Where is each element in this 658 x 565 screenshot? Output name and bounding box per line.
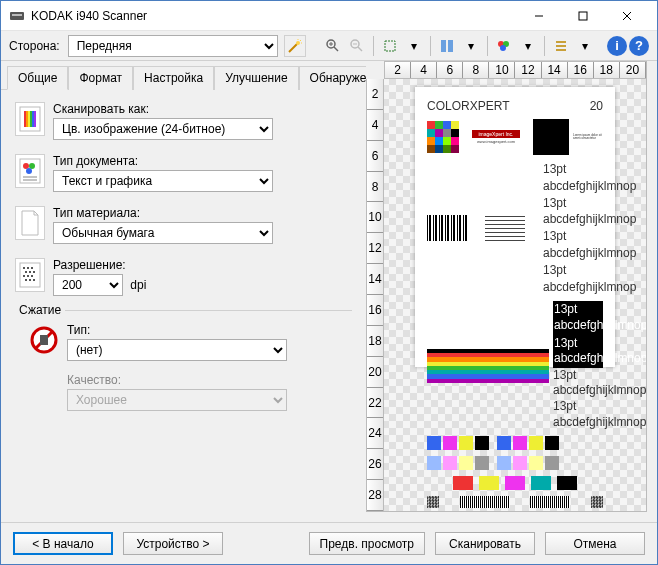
info-button[interactable]: i bbox=[607, 36, 627, 56]
dropdown-4[interactable]: ▾ bbox=[575, 36, 595, 56]
app-icon bbox=[9, 8, 25, 24]
top-toolbar: Сторона: Передняя ▾ ▾ ▾ ▾ i ? bbox=[1, 31, 657, 61]
ruler-horizontal: 2468101214161820 bbox=[384, 61, 647, 79]
compression-type-label: Тип: bbox=[67, 323, 352, 337]
svg-rect-16 bbox=[448, 40, 453, 52]
svg-rect-40 bbox=[25, 271, 27, 273]
doc-type-icon bbox=[15, 154, 45, 188]
dropdown-3[interactable]: ▾ bbox=[518, 36, 538, 56]
list-button[interactable] bbox=[551, 36, 571, 56]
resolution-label: Разрешение: bbox=[53, 258, 352, 272]
help-button[interactable]: ? bbox=[629, 36, 649, 56]
minimize-button[interactable] bbox=[517, 2, 561, 30]
doc-type-label: Тип документа: bbox=[53, 154, 352, 168]
scan-as-label: Сканировать как: bbox=[53, 102, 352, 116]
svg-rect-37 bbox=[23, 267, 25, 269]
settings-panel: Общие Формат Настройка Улучшение Обнаруж… bbox=[1, 61, 366, 522]
side-label: Сторона: bbox=[9, 39, 60, 53]
svg-rect-14 bbox=[385, 41, 395, 51]
scan-as-select[interactable]: Цв. изображение (24-битное) bbox=[53, 118, 273, 140]
svg-line-12 bbox=[358, 47, 362, 51]
svg-rect-29 bbox=[34, 111, 36, 127]
material-icon bbox=[15, 206, 45, 240]
svg-point-31 bbox=[23, 163, 29, 169]
svg-rect-24 bbox=[24, 111, 26, 127]
svg-rect-46 bbox=[25, 279, 27, 281]
cancel-button[interactable]: Отмена bbox=[545, 532, 645, 555]
zoom-in-icon[interactable] bbox=[323, 36, 343, 56]
svg-rect-25 bbox=[26, 111, 28, 127]
svg-point-19 bbox=[500, 45, 506, 51]
resolution-unit: dpi bbox=[130, 278, 146, 292]
tab-strip: Общие Формат Настройка Улучшение Обнаруж… bbox=[1, 61, 366, 90]
svg-rect-42 bbox=[33, 271, 35, 273]
svg-rect-3 bbox=[579, 12, 587, 20]
svg-rect-27 bbox=[30, 111, 32, 127]
preview-toolbar: ▾ ▾ ▾ ▾ bbox=[323, 36, 595, 56]
scan-as-icon bbox=[15, 102, 45, 136]
compression-quality-select: Хорошее bbox=[67, 389, 287, 411]
svg-rect-1 bbox=[12, 14, 22, 16]
svg-rect-26 bbox=[28, 111, 30, 127]
doc-type-select[interactable]: Текст и графика bbox=[53, 170, 273, 192]
svg-rect-51 bbox=[40, 335, 48, 345]
dropdown-1[interactable]: ▾ bbox=[404, 36, 424, 56]
scan-button[interactable]: Сканировать bbox=[435, 532, 535, 555]
compression-group-label: Сжатие bbox=[15, 303, 65, 317]
auto-wand-button[interactable] bbox=[284, 35, 306, 57]
material-label: Тип материала: bbox=[53, 206, 352, 220]
svg-point-33 bbox=[26, 168, 32, 174]
home-button[interactable]: < В начало bbox=[13, 532, 113, 555]
resolution-select[interactable]: 200 bbox=[53, 274, 123, 296]
preview-panel: 2468101214161820 24681012141618202224262… bbox=[366, 61, 657, 522]
svg-rect-48 bbox=[33, 279, 35, 281]
maximize-button[interactable] bbox=[561, 2, 605, 30]
compression-type-select[interactable]: (нет) bbox=[67, 339, 287, 361]
dropdown-2[interactable]: ▾ bbox=[461, 36, 481, 56]
svg-rect-47 bbox=[29, 279, 31, 281]
svg-rect-15 bbox=[441, 40, 446, 52]
side-select[interactable]: Передняя bbox=[68, 35, 278, 57]
close-button[interactable] bbox=[605, 2, 649, 30]
svg-rect-45 bbox=[31, 275, 33, 277]
tab-adjust[interactable]: Настройка bbox=[133, 66, 214, 90]
compression-icon bbox=[29, 325, 59, 355]
svg-rect-43 bbox=[23, 275, 25, 277]
tab-format[interactable]: Формат bbox=[68, 66, 133, 90]
button-bar: < В начало Устройство > Предв. просмотр … bbox=[1, 522, 657, 564]
material-select[interactable]: Обычная бумага bbox=[53, 222, 273, 244]
layout-button[interactable] bbox=[437, 36, 457, 56]
window-title: KODAK i940 Scanner bbox=[31, 9, 517, 23]
device-button[interactable]: Устройство > bbox=[123, 532, 223, 555]
svg-line-8 bbox=[334, 47, 338, 51]
svg-rect-38 bbox=[27, 267, 29, 269]
preview-button[interactable]: Предв. просмотр bbox=[309, 532, 425, 555]
svg-rect-28 bbox=[32, 111, 34, 127]
svg-rect-44 bbox=[27, 275, 29, 277]
preview-page: COLORXPERT 20 imageXpert Inc. www.imagex… bbox=[415, 87, 615, 367]
svg-point-32 bbox=[29, 163, 35, 169]
preview-canvas[interactable]: COLORXPERT 20 imageXpert Inc. www.imagex… bbox=[384, 79, 647, 512]
compression-group: Сжатие Тип: (нет) Качество: Хорошее bbox=[15, 310, 352, 411]
tab-general[interactable]: Общие bbox=[7, 66, 68, 90]
titlebar: KODAK i940 Scanner bbox=[1, 1, 657, 31]
svg-rect-41 bbox=[29, 271, 31, 273]
tab-enhance[interactable]: Улучшение bbox=[214, 66, 298, 90]
resolution-icon bbox=[15, 258, 45, 292]
svg-rect-39 bbox=[31, 267, 33, 269]
color-button[interactable] bbox=[494, 36, 514, 56]
ruler-vertical: 246810121416182022242628 bbox=[366, 79, 384, 512]
compression-quality-label: Качество: bbox=[67, 373, 352, 387]
zoom-out-icon[interactable] bbox=[347, 36, 367, 56]
svg-point-6 bbox=[296, 41, 300, 45]
rotate-button[interactable] bbox=[380, 36, 400, 56]
